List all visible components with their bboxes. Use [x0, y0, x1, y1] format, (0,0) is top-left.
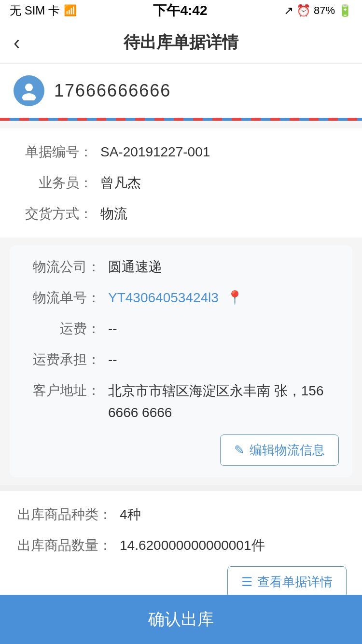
- view-detail-icon: ☰: [241, 574, 252, 589]
- edit-btn-row: ✎ 编辑物流信息: [23, 434, 339, 466]
- status-bar: 无 SIM 卡 📶 下午4:42 ↗ ⏰ 87% 🔋: [0, 0, 362, 21]
- wifi-icon: 📶: [64, 4, 77, 17]
- freight-value: --: [108, 319, 339, 339]
- view-detail-label: 查看单据详情: [257, 574, 333, 590]
- status-time: 下午4:42: [153, 1, 207, 20]
- nav-bar: ‹ 待出库单据详情: [0, 21, 362, 64]
- goods-type-value: 4种: [120, 504, 347, 525]
- page-title: 待出库单据详情: [124, 31, 238, 54]
- salesman-row: 业务员： 曾凡杰: [15, 173, 347, 193]
- address-row: 客户地址： 北京市市辖区海淀区永丰南 张，156 6666 6666: [23, 380, 339, 424]
- goods-type-label: 出库商品种类：: [15, 504, 112, 525]
- order-no-row: 单据编号： SA-20191227-001: [15, 142, 347, 162]
- tracking-row: 物流单号： YT43064053424l3 📍: [23, 288, 339, 308]
- freight-bearer-row: 运费承担： --: [23, 350, 339, 370]
- svg-point-0: [25, 84, 33, 91]
- salesman-label: 业务员：: [15, 173, 93, 193]
- confirm-button-label: 确认出库: [148, 610, 214, 628]
- sim-status: 无 SIM 卡: [10, 3, 60, 18]
- freight-row: 运费： --: [23, 319, 339, 339]
- svg-point-1: [22, 93, 36, 100]
- location-status-icon: ↗: [284, 4, 293, 17]
- logistics-company-row: 物流公司： 圆通速递: [23, 257, 339, 277]
- goods-quantity-label: 出库商品数量：: [15, 535, 112, 556]
- alarm-icon: ⏰: [296, 4, 311, 17]
- goods-section: 出库商品种类： 4种 出库商品数量： 14.620000000000001件 ☰…: [0, 491, 362, 611]
- logistics-company-label: 物流公司：: [23, 257, 100, 277]
- dashed-divider: [0, 118, 362, 121]
- edit-logistics-label: 编辑物流信息: [250, 442, 325, 459]
- goods-type-row: 出库商品种类： 4种: [15, 504, 347, 525]
- battery-level: 87%: [314, 4, 335, 17]
- delivery-label: 交货方式：: [15, 204, 93, 224]
- status-right: ↗ ⏰ 87% 🔋: [284, 4, 352, 17]
- tracking-label: 物流单号：: [23, 288, 100, 308]
- view-detail-btn-row: ☰ 查看单据详情: [15, 566, 347, 598]
- address-label: 客户地址：: [23, 380, 100, 401]
- user-phone: 17666666666: [54, 81, 171, 101]
- freight-bearer-label: 运费承担：: [23, 350, 100, 370]
- avatar: [14, 75, 44, 106]
- back-button[interactable]: ‹: [14, 33, 20, 52]
- freight-label: 运费：: [23, 319, 100, 339]
- order-info-section: 单据编号： SA-20191227-001 业务员： 曾凡杰 交货方式： 物流: [0, 128, 362, 238]
- freight-bearer-value: --: [108, 350, 339, 370]
- goods-quantity-row: 出库商品数量： 14.620000000000001件: [15, 535, 347, 556]
- edit-logistics-icon: ✎: [234, 443, 245, 458]
- salesman-value: 曾凡杰: [100, 173, 347, 193]
- order-no-label: 单据编号：: [15, 142, 93, 162]
- tracking-value: YT43064053424l3: [108, 288, 219, 308]
- logistics-company-value: 圆通速递: [108, 257, 339, 277]
- battery-icon: 🔋: [338, 4, 352, 17]
- map-pin-icon[interactable]: 📍: [226, 288, 243, 308]
- address-value: 北京市市辖区海淀区永丰南 张，156 6666 6666: [108, 380, 339, 424]
- logistics-section: 物流公司： 圆通速递 物流单号： YT43064053424l3 📍 运费： -…: [10, 245, 352, 477]
- order-no-value: SA-20191227-001: [100, 142, 347, 162]
- person-icon: [19, 81, 39, 100]
- edit-logistics-button[interactable]: ✎ 编辑物流信息: [220, 434, 339, 466]
- view-detail-button[interactable]: ☰ 查看单据详情: [227, 566, 347, 598]
- tracking-row-content: YT43064053424l3 📍: [108, 288, 339, 308]
- delivery-value: 物流: [100, 204, 347, 224]
- separator: [0, 485, 362, 491]
- user-header: 17666666666: [0, 64, 362, 118]
- delivery-row: 交货方式： 物流: [15, 204, 347, 224]
- status-left: 无 SIM 卡 📶: [10, 3, 77, 18]
- goods-quantity-value: 14.620000000000001件: [120, 535, 347, 556]
- confirm-btn-area[interactable]: 确认出库: [0, 595, 362, 644]
